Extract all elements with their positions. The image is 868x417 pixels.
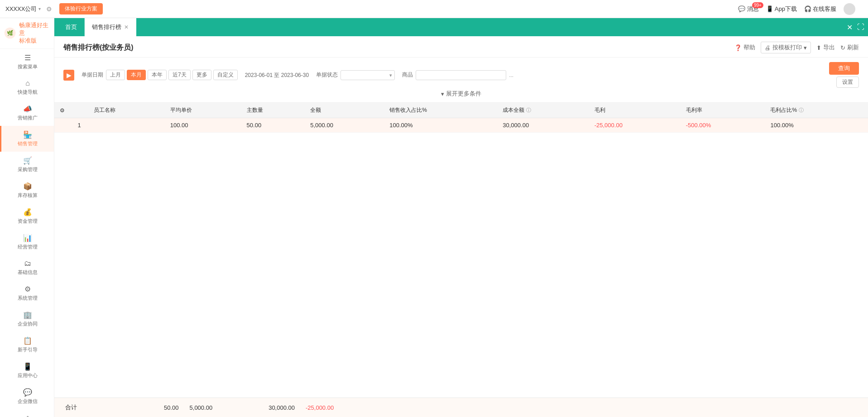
settings-button[interactable]: 设置 — [836, 77, 859, 88]
sidebar-item-operations[interactable]: 📊 经营管理 — [0, 229, 54, 255]
sidebar-item-purchase[interactable]: 🛒 采购管理 — [0, 152, 54, 177]
table-header-row: ⚙ 员工名称 平均单价 主数量 全额 销售收入占比% 成本全额 ⓘ 毛利 毛利率… — [54, 103, 868, 118]
print-button[interactable]: 🖨 按模板打印 ▾ — [761, 42, 811, 53]
refresh-button[interactable]: ↻ 刷新 — [840, 43, 859, 52]
row-gross-pct: 100.00% — [765, 118, 868, 133]
date-btn-this-month[interactable]: 本月 — [127, 70, 146, 80]
table-row: 1 100.00 50.00 5,000.00 100.00% 30,000.0… — [54, 118, 868, 133]
finance-icon: 💰 — [23, 208, 32, 216]
expand-more-btn[interactable]: ▾ 展开更多条件 — [63, 88, 859, 98]
footer-gross: -25,000.00 — [300, 403, 339, 413]
logo-text: 畅康通好生意 标准版 — [19, 22, 50, 45]
main-layout: 🌿 畅康通好生意 标准版 ☰ 搜索菜单 ⌂ 快捷导航 📣 营销推广 🏪 销售管理… — [0, 18, 868, 417]
sidebar-item-search-order[interactable]: ☰ 搜索菜单 — [0, 49, 54, 75]
trial-button[interactable]: 体验行业方案 — [59, 3, 103, 14]
headset-icon: 🎧 — [804, 5, 811, 12]
close-window-icon[interactable]: ✕ — [847, 23, 853, 32]
basic-info-icon: 🗂 — [24, 259, 31, 268]
row-cost: 30,000.00 — [497, 118, 589, 133]
status-filter-label: 单据状态 — [316, 71, 338, 79]
settings-icon[interactable]: ⚙ — [46, 5, 52, 13]
row-name — [88, 118, 165, 133]
filter-row: ▶ 单据日期 上月 本月 本年 近7天 更多 自定义 — [63, 62, 859, 88]
sidebar-item-enterprise[interactable]: 🏢 企业协同 — [0, 306, 54, 332]
purchase-icon: 🛒 — [23, 156, 32, 165]
tab-bar: 首页 销售排行榜 ✕ ✕ ⛶ — [54, 18, 868, 36]
page-title: 销售排行榜(按业务员) — [63, 43, 134, 53]
goods-more-btn[interactable]: ... — [509, 72, 513, 78]
chevron-down-icon: ▾ — [441, 91, 444, 97]
date-btn-more[interactable]: 更多 — [192, 70, 211, 80]
query-button[interactable]: 查询 — [829, 62, 859, 75]
top-bar-right: 💬 消息 99+ 📱 App下载 🎧 在线客服 — [738, 3, 863, 15]
sidebar-item-finance[interactable]: 💰 资金管理 — [0, 203, 54, 229]
page-header: 销售排行榜(按业务员) ❓ 帮助 🖨 按模板打印 ▾ ⬆ 导出 — [54, 36, 868, 58]
col-gross: 毛利 — [589, 103, 681, 118]
date-btn-this-year[interactable]: 本年 — [148, 70, 167, 80]
message-badge: 99+ — [752, 2, 763, 8]
footer-avg-price — [122, 406, 158, 409]
col-avg-price: 平均单价 — [165, 103, 241, 118]
fullscreen-icon[interactable]: ⛶ — [857, 23, 864, 31]
company-selector[interactable]: XXXXX公司 ▾ — [5, 5, 41, 13]
sales-icon: 🏪 — [23, 130, 32, 139]
col-cost: 成本全额 ⓘ — [497, 103, 589, 118]
beginner-icon: 📋 — [23, 336, 32, 345]
sidebar-item-quick-nav[interactable]: ⌂ 快捷导航 — [0, 75, 54, 100]
status-select[interactable] — [340, 70, 395, 80]
tab-sales-rank-label: 销售排行榜 — [92, 23, 121, 31]
avatar[interactable] — [844, 3, 855, 15]
goods-input[interactable] — [416, 70, 506, 80]
enterprise-icon: 🏢 — [23, 311, 32, 319]
query-btn-area: 查询 设置 — [829, 62, 859, 88]
date-filter-label: 单据日期 — [82, 71, 103, 79]
tab-sales-rank[interactable]: 销售排行榜 ✕ — [85, 18, 136, 36]
app-download-btn[interactable]: 📱 App下载 — [766, 5, 797, 13]
col-rank — [70, 103, 88, 118]
row-gross-rate: -500.00% — [681, 118, 765, 133]
sidebar-item-app-center[interactable]: 📱 应用中心 — [0, 358, 54, 383]
row-amount: 5,000.00 — [305, 118, 384, 133]
col-main-qty: 主数量 — [241, 103, 305, 118]
message-area[interactable]: 💬 消息 99+ — [738, 5, 759, 13]
date-btn-prev-month[interactable]: 上月 — [106, 70, 125, 80]
date-btn-last-7-days[interactable]: 近7天 — [168, 70, 191, 80]
sidebar-item-beginner[interactable]: 📋 新手引导 — [0, 332, 54, 358]
row-avg-price: 100.00 — [165, 118, 241, 133]
sidebar-item-wechat[interactable]: 💬 企业微信 — [0, 383, 54, 409]
status-select-wrapper — [340, 70, 395, 80]
tab-home[interactable]: 首页 — [58, 18, 85, 36]
tab-close-icon[interactable]: ✕ — [124, 24, 129, 30]
mobile-icon: 📱 — [766, 5, 773, 12]
date-btn-custom[interactable]: 自定义 — [213, 70, 238, 80]
cost-info-icon[interactable]: ⓘ — [526, 107, 531, 113]
col-amount: 全额 — [305, 103, 384, 118]
footer-spacer — [86, 406, 122, 409]
sidebar-item-system[interactable]: ⚙ 系统管理 — [0, 280, 54, 306]
row-main-qty: 50.00 — [241, 118, 305, 133]
chevron-down-icon: ▾ — [804, 44, 807, 51]
help-button[interactable]: ❓ 帮助 — [734, 43, 755, 52]
company-name: XXXXX公司 — [5, 5, 37, 13]
inventory-icon: 📦 — [23, 182, 32, 191]
sidebar-item-marketing[interactable]: 📣 营销推广 — [0, 100, 54, 126]
sidebar-item-inventory[interactable]: 📦 库存核算 — [0, 177, 54, 203]
status-filter: 单据状态 — [316, 70, 395, 80]
export-button[interactable]: ⬆ 导出 — [816, 43, 835, 52]
top-bar: XXXXX公司 ▾ ⚙ 体验行业方案 💬 消息 99+ 📱 App下载 🎧 在线… — [0, 0, 868, 18]
export-icon: ⬆ — [816, 44, 821, 51]
page-header-actions: ❓ 帮助 🖨 按模板打印 ▾ ⬆ 导出 ↻ 刷新 — [734, 42, 859, 53]
sidebar-item-member[interactable]: ◇ 畅会员 — [0, 409, 54, 417]
col-sales-pct: 销售收入占比% — [384, 103, 497, 118]
footer-row: 合计 50.00 5,000.00 30,000.00 -25,000.00 — [60, 402, 863, 413]
marketing-icon: 📣 — [23, 105, 32, 113]
sidebar-item-sales[interactable]: 🏪 销售管理 — [0, 126, 54, 152]
home-icon: ⌂ — [25, 79, 30, 87]
filter-toggle-btn[interactable]: ▶ — [63, 70, 74, 81]
data-table: ⚙ 员工名称 平均单价 主数量 全额 销售收入占比% 成本全额 ⓘ 毛利 毛利率… — [54, 103, 868, 133]
app-center-icon: 📱 — [23, 362, 32, 371]
online-service-btn[interactable]: 🎧 在线客服 — [804, 5, 836, 13]
sidebar-item-basic-info[interactable]: 🗂 基础信息 — [0, 255, 54, 280]
gross-pct-info-icon[interactable]: ⓘ — [799, 107, 804, 113]
col-settings[interactable]: ⚙ — [54, 103, 70, 118]
